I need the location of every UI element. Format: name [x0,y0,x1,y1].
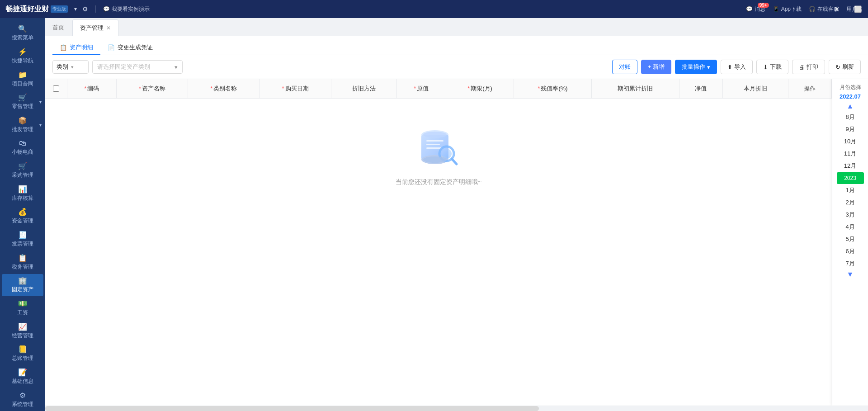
empty-illustration [411,126,466,171]
asset-table: *编码 *资产名称 *类别名称 *购买日期 折旧方法 *原值 *期限(月) *残… [45,79,832,99]
subtab-voucher-icon: 📄 [108,44,115,51]
sidebar: 🔍 搜索菜单 ⚡ 快捷导航 📁 项目合同 🛒 零售管理 ▾ 📦 批发管理 ▾ 🛍… [0,18,45,411]
batch-operation-button[interactable]: 批量操作 ▾ [675,60,717,74]
category-filter[interactable]: 类别 ▾ [52,60,89,74]
download-icon: ⬇ [763,64,768,71]
tab-close-asset[interactable]: ✕ [106,25,111,31]
month-panel-down[interactable]: ▼ [847,271,854,278]
sidebar-item-ecommerce[interactable]: 🛍 小畅电商 [2,137,43,159]
svg-point-7 [442,149,452,159]
tab-asset[interactable]: 资产管理 ✕ [72,19,118,36]
sidebar-item-operation[interactable]: 📈 经营管理 [2,320,43,342]
month-panel-year: 2022.07 [840,92,861,102]
sidebar-label-ecommerce: 小畅电商 [12,148,33,156]
sidebar-item-retail[interactable]: 🛒 零售管理 ▾ [2,91,43,113]
sidebar-item-salary[interactable]: 💵 工资 [2,297,43,319]
sidebar-icon-invoice: 🧾 [18,231,27,239]
month-item-3月[interactable]: 3月 [837,209,864,221]
maximize-window-button[interactable]: ⬜ [847,0,868,18]
print-icon: 🖨 [799,64,805,71]
month-item-11月[interactable]: 11月 [837,148,864,160]
sidebar-icon-general: 📒 [18,345,27,354]
close-window-button[interactable]: ✕ [826,0,847,18]
import-button[interactable]: ⬆ 导入 [721,60,753,74]
sidebar-icon-salary: 💵 [18,299,27,308]
message-button[interactable]: 💬 消息 99+ [746,5,765,13]
sidebar-icon-tax: 📋 [18,254,27,262]
sidebar-label-retail: 零售管理 [12,103,33,110]
sidebar-item-wholesale[interactable]: 📦 批发管理 ▾ [2,114,43,136]
sub-tab-bar: 📋 资产明细 📄 变更生成凭证 [45,36,868,55]
app-title: 畅捷通好业财 [5,5,49,14]
month-panel: 月份选择 2022.07 ▲ 8月9月10月11月12月20231月2月3月4月… [832,79,868,406]
sidebar-label-finance: 资金管理 [12,217,33,225]
sidebar-item-inventory[interactable]: 📊 库存核算 [2,182,43,204]
batch-chevron-icon: ▾ [707,64,710,71]
select-all-checkbox[interactable] [53,85,59,92]
sidebar-item-quicknav[interactable]: ⚡ 快捷导航 [2,45,43,67]
tab-home[interactable]: 首页 [45,19,71,36]
month-item-8月[interactable]: 8月 [837,111,864,123]
th-buy-date: *购买日期 [259,79,331,99]
sidebar-label-wholesale: 批发管理 [12,126,33,133]
category-filter-arrow: ▾ [71,64,74,70]
month-item-5月[interactable]: 5月 [837,233,864,245]
sidebar-item-search[interactable]: 🔍 搜索菜单 [2,22,43,44]
refresh-button[interactable]: ↻ 刷新 [829,60,861,74]
month-year-badge: 2023 [837,172,864,184]
app-edition: 专业版 [51,5,68,13]
month-item-12月[interactable]: 12月 [837,160,864,172]
month-item-1月[interactable]: 1月 [837,184,864,196]
sidebar-icon-retail: 🛒 [18,93,27,102]
sidebar-label-fixedasset: 固定资产 [12,286,33,293]
month-item-6月[interactable]: 6月 [837,246,864,257]
sidebar-icon-system: ⚙ [19,391,26,400]
svg-point-10 [423,156,447,163]
settings-icon[interactable]: ⚙ [82,5,88,13]
category-search-input[interactable]: 请选择固定资产类别 ▾ [92,60,183,74]
company-dropdown[interactable]: ▾ [74,6,77,12]
subtab-asset-detail[interactable]: 📋 资产明细 [52,41,100,55]
month-item-7月[interactable]: 7月 [837,258,864,269]
download-button[interactable]: ⬇ 下载 [756,60,788,74]
toolbar: 类别 ▾ 请选择固定资产类别 ▾ 对账 + 新增 批量操作 ▾ ⬆ [45,55,868,79]
month-panel-up[interactable]: ▲ [847,103,854,110]
add-button[interactable]: + 新增 [641,60,671,74]
sidebar-item-system[interactable]: ⚙ 系统管理 [2,388,43,411]
table-hscroll[interactable] [45,406,868,411]
month-panel-title: 月份选择 [840,81,861,92]
svg-line-8 [452,159,457,164]
month-item-2月[interactable]: 2月 [837,197,864,208]
sidebar-icon-quicknav: ⚡ [18,47,27,56]
th-period: *期限(月) [446,79,514,99]
sidebar-icon-search: 🔍 [18,24,27,33]
sidebar-item-basicinfo[interactable]: 📝 基础信息 [2,366,43,388]
message-badge: 99+ [758,3,769,8]
month-item-10月[interactable]: 10月 [837,136,864,147]
sidebar-item-tax[interactable]: 📋 税务管理 [2,251,43,273]
sidebar-item-purchase[interactable]: 🛒 采购管理 [2,160,43,182]
window-controls: ✕ ⬜ [823,0,868,18]
subtab-voucher[interactable]: 📄 变更生成凭证 [100,41,160,55]
month-item-9月[interactable]: 9月 [837,123,864,135]
sidebar-arrow-wholesale: ▾ [39,122,42,127]
sidebar-item-project[interactable]: 📁 项目合同 [2,68,43,90]
demo-link[interactable]: 💬 我要看实例演示 [103,5,150,13]
sidebar-item-finance[interactable]: 💰 资金管理 [2,205,43,227]
sidebar-icon-wholesale: 📦 [18,116,27,125]
import-icon: ⬆ [727,64,732,71]
th-checkbox [45,79,67,99]
sidebar-item-general[interactable]: 📒 总账管理 [2,343,43,365]
print-button[interactable]: 🖨 打印 [792,60,825,74]
empty-state: 当前您还没有固定资产明细哦~ [45,99,832,213]
sidebar-item-invoice[interactable]: 🧾 发票管理 [2,228,43,250]
th-accumulated-depreciation: 期初累计折旧 [591,79,679,99]
sidebar-item-fixedasset[interactable]: 🏢 固定资产 [2,274,43,296]
month-item-4月[interactable]: 4月 [837,221,864,233]
sidebar-icon-operation: 📈 [18,322,27,331]
th-net-value: 净值 [679,79,722,99]
app-download-button[interactable]: 📱 App下载 [773,5,802,13]
sidebar-label-system: 系统管理 [12,401,33,408]
sidebar-label-operation: 经营管理 [12,332,33,340]
dui-account-button[interactable]: 对账 [612,60,637,74]
